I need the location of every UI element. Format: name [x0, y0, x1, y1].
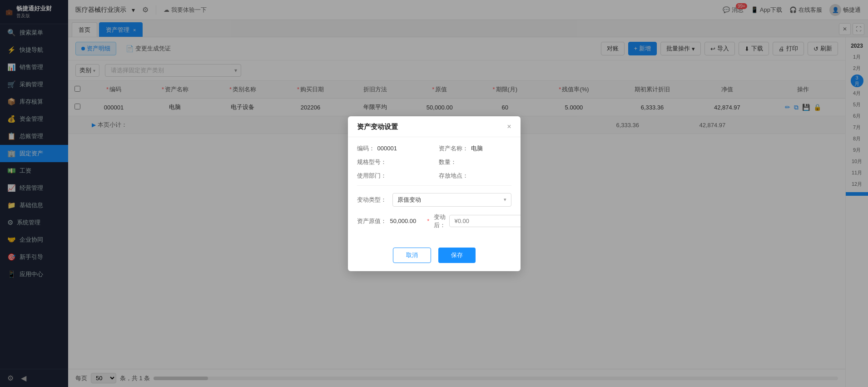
- modal-assetname-label: 资产名称：: [439, 144, 468, 153]
- modal-location-label: 存放地点：: [439, 172, 468, 180]
- modal-required-star: *: [427, 218, 429, 224]
- asset-change-modal: 资产变动设置 × 编码： 000001 资产名称： 电脑 规格型号：: [348, 116, 521, 271]
- modal-row-3: 使用部门： 存放地点：: [357, 172, 511, 180]
- modal-row-1: 编码： 000001 资产名称： 电脑: [357, 144, 511, 153]
- modal-quantity-label: 数量：: [439, 158, 456, 166]
- save-button[interactable]: 保存: [438, 248, 476, 263]
- modal-assetname-value: 电脑: [471, 144, 483, 153]
- modal-close-btn[interactable]: ×: [507, 123, 511, 131]
- modal-assetname-field: 资产名称： 电脑: [439, 144, 511, 153]
- modal-dept-field: 使用部门：: [357, 172, 430, 180]
- modal-code-field: 编码： 000001: [357, 144, 430, 153]
- modal-code-value: 000001: [377, 145, 397, 152]
- modal-location-field: 存放地点：: [439, 172, 511, 180]
- modal-code-label: 编码：: [357, 144, 375, 153]
- modal-originalvalue: 50,000.00: [390, 218, 417, 224]
- modal-changetype-select[interactable]: 原值变动 ▾: [392, 193, 511, 207]
- cancel-button[interactable]: 取消: [393, 248, 431, 263]
- modal-amount-row: 资产原值： 50,000.00 * 变动后：: [357, 213, 511, 229]
- modal-row-2: 规格型号： 数量：: [357, 158, 511, 166]
- modal-footer: 取消 保存: [348, 244, 521, 271]
- modal-spec-label: 规格型号：: [357, 158, 387, 166]
- modal-afterchange-label: 变动后：: [434, 213, 446, 229]
- modal-title: 资产变动设置: [357, 123, 398, 131]
- modal-body: 编码： 000001 资产名称： 电脑 规格型号： 数量：: [348, 137, 521, 244]
- modal-dept-label: 使用部门：: [357, 172, 387, 180]
- modal-afterchange-input[interactable]: [449, 215, 520, 227]
- modal-header: 资产变动设置 ×: [348, 116, 521, 137]
- modal-changetype-row: 变动类型： 原值变动 ▾: [357, 193, 511, 207]
- modal-changetype-value: 原值变动: [397, 196, 421, 204]
- modal-originalvalue-label: 资产原值：: [357, 217, 387, 225]
- modal-spec-field: 规格型号：: [357, 158, 430, 166]
- modal-overlay: 资产变动设置 × 编码： 000001 资产名称： 电脑 规格型号：: [0, 0, 868, 387]
- modal-quantity-field: 数量：: [439, 158, 511, 166]
- modal-changetype-arrow: ▾: [504, 197, 506, 203]
- modal-changetype-label: 变动类型：: [357, 196, 389, 204]
- modal-divider: [357, 185, 511, 186]
